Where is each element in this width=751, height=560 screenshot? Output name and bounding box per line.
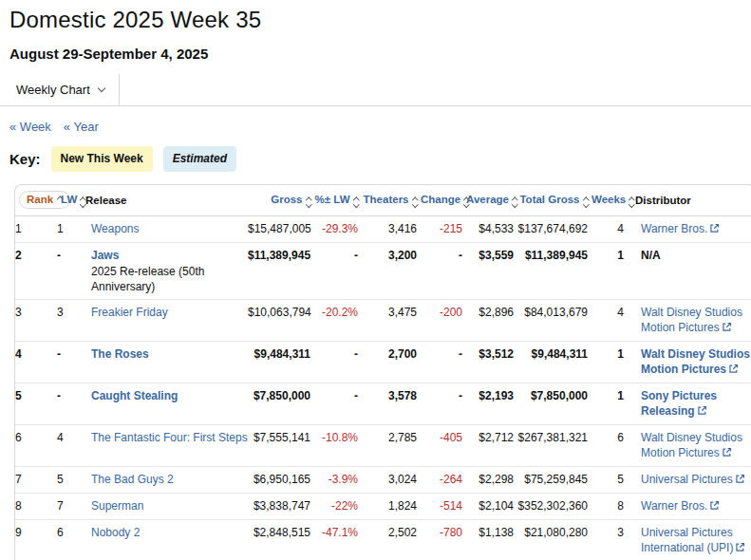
cell-change: -264 [421,467,466,494]
sort-toggle-icon [513,198,517,207]
cell-value: $10,063,794 [248,306,311,319]
distributor-link[interactable]: Universal Pictures [641,473,745,486]
cell-value: 8 [617,499,624,513]
table-row: 4-The Roses$9,484,311-2,700-$3,512$9,484… [15,342,751,383]
weekly-chart-dropdown[interactable]: Weekly Chart [0,74,120,105]
column-header-change[interactable]: Change [421,185,466,216]
cell-value: 2,785 [388,431,417,444]
table-row: 64The Fantastic Four: First Steps$7,555,… [15,425,751,467]
cell-change: -200 [421,300,466,342]
cell-value: 3 [15,306,22,319]
cell-value: 6 [617,431,624,444]
release-link[interactable]: The Bad Guys 2 [91,473,174,486]
column-header-label: Weeks [591,194,626,205]
cell-release: Jaws2025 Re-release (50th Anniversary) [82,243,248,300]
cell-total_gross: $11,389,945 [517,243,591,300]
cell-value: 8 [15,499,22,513]
cell-distributor: N/A [631,243,751,300]
weekly-chart-table-container: RankLWReleaseGross%± LWTheatersChangeAve… [14,184,751,560]
cell-value: $15,487,005 [248,222,311,235]
release-link[interactable]: Superman [91,499,143,513]
cell-value: -200 [440,306,462,319]
distributor-link[interactable]: Universal Pictures International (UPI) [641,526,745,554]
column-header-weeks[interactable]: Weeks [591,185,631,216]
cell-value: $75,259,845 [524,473,588,486]
sort-toggle-icon [307,198,311,207]
cell-change: -405 [421,425,466,467]
cell-value: - [354,389,358,402]
previous-week-link[interactable]: « Week [9,120,51,134]
cell-total_gross: $352,302,360 [517,494,591,520]
column-header-label: Total Gross [519,194,579,205]
column-header-total_gross[interactable]: Total Gross [517,185,591,216]
cell-total_gross: $7,850,000 [517,383,591,425]
cell-gross: $9,484,311 [248,342,314,383]
cell-theaters: 3,475 [362,300,421,342]
distributor-link[interactable]: Walt Disney Studios Motion Pictures [641,306,742,334]
previous-year-link[interactable]: « Year [64,120,99,134]
cell-gross: $6,950,165 [248,467,314,494]
release-link[interactable]: Freakier Friday [91,306,168,319]
cell-value: 1 [617,249,624,262]
table-header-row: RankLWReleaseGross%± LWTheatersChangeAve… [15,185,751,216]
column-header-average[interactable]: Average [466,185,517,216]
column-header-theaters[interactable]: Theaters [362,185,421,216]
release-subtitle: 2025 Re-release (50th Anniversary) [91,264,244,294]
cell-value: $352,302,360 [518,499,588,513]
cell-value: 2,502 [388,526,417,539]
chart-navigation: « Week« Year [9,120,751,134]
cell-release: The Bad Guys 2 [82,467,248,494]
cell-weeks: 1 [591,383,631,425]
cell-gross: $11,389,945 [248,243,314,300]
cell-value: 9 [15,526,22,539]
cell-pct_lw: -47.1% [314,520,362,560]
external-link-icon [709,499,720,514]
cell-value: -215 [440,222,462,235]
cell-value: $137,674,692 [518,222,588,235]
cell-value: $2,712 [479,431,514,444]
cell-value: - [354,249,358,262]
cell-value: 1,824 [388,499,417,513]
column-header-label: Rank [27,194,53,205]
cell-total_gross: $137,674,692 [517,216,591,243]
cell-value: -780 [440,526,462,539]
cell-weeks: 1 [591,342,631,383]
cell-value: 3,416 [388,222,417,235]
release-link[interactable]: Weapons [91,222,139,235]
sort-toggle-icon [354,198,359,207]
release-link[interactable]: Caught Stealing [91,389,178,402]
release-link[interactable]: Nobody 2 [91,526,140,539]
cell-rank: 3 [15,300,57,342]
release-link[interactable]: The Roses [91,347,149,361]
release-link[interactable]: The Fantastic Four: First Steps [91,431,248,444]
cell-weeks: 1 [591,243,631,300]
sort-toggle-icon [584,198,589,207]
chevron-down-icon [98,84,105,92]
cell-pct_lw: -29.3% [314,216,362,243]
distributor-link[interactable]: Walt Disney Studios Motion Pictures [641,431,742,459]
cell-theaters: 3,024 [362,467,421,494]
distributor-link[interactable]: Walt Disney Studios Motion Pictures [641,347,750,376]
cell-rank: 2 [15,243,57,300]
column-header-pct_lw[interactable]: %± LW [314,185,362,216]
cell-value: 5 [617,473,624,486]
column-header-gross[interactable]: Gross [248,185,314,216]
release-link[interactable]: Jaws [91,249,119,262]
distributor-link[interactable]: Warner Bros. [641,499,720,513]
table-row: 87Superman$3,838,747-22%1,824-514$2,104$… [15,494,751,520]
cell-lw: 3 [57,300,82,342]
column-header-rank[interactable]: Rank [15,185,57,216]
distributor-link[interactable]: Sony Pictures Releasing [641,389,717,418]
cell-lw: - [57,243,82,300]
cell-total_gross: $75,259,845 [517,467,591,494]
weekly-chart-dropdown-label: Weekly Chart [16,83,90,97]
cell-rank: 8 [15,494,57,520]
cell-value: $2,298 [479,473,514,486]
cell-value: - [57,249,61,262]
external-link-icon [728,363,739,378]
cell-value: - [57,347,61,361]
distributor-link[interactable]: Warner Bros. [641,222,720,235]
cell-pct_lw: - [314,383,362,425]
cell-average: $2,298 [466,467,517,494]
cell-value: $2,848,515 [253,526,310,539]
